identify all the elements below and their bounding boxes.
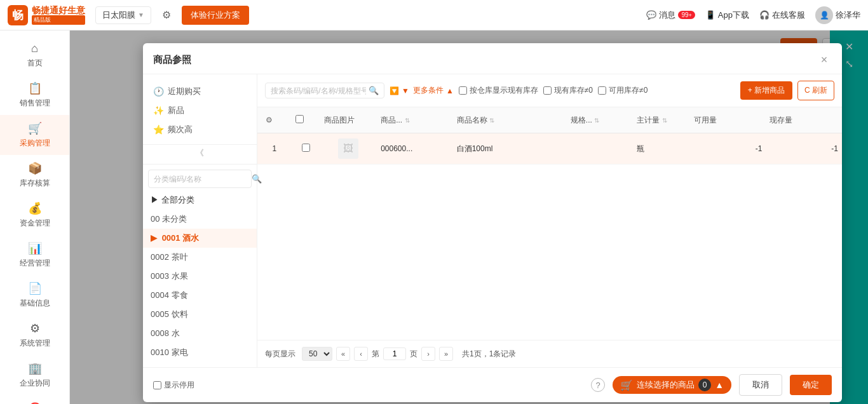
col-header-unit[interactable]: 主计量 ⇅ [633, 107, 690, 133]
avail-stock-checkbox[interactable] [598, 86, 606, 95]
experience-button[interactable]: 体验行业方案 [182, 6, 249, 25]
product-search-input[interactable] [271, 86, 366, 95]
cell-image: 🖼 [320, 133, 377, 165]
product-image: 🖼 [338, 138, 358, 159]
show-disabled-checkbox[interactable] [153, 381, 161, 389]
sidebar-item-inventory[interactable]: 📦 库存核算 [0, 155, 69, 195]
add-product-button[interactable]: + 新增商品 [740, 81, 792, 100]
col-header-check[interactable] [292, 107, 320, 133]
modal-title: 商品参照 [153, 54, 191, 66]
sidebar-item-system[interactable]: ⚙ 系统管理 [0, 315, 69, 355]
category-item-0001[interactable]: ▶ 0001 酒水 [143, 229, 257, 248]
online-service-nav[interactable]: 🎧 在线客服 [759, 10, 805, 21]
confirm-button[interactable]: 确定 [790, 375, 832, 395]
sidebar-label-system: 系统管理 [20, 338, 50, 349]
modal-header: 商品参照 × [143, 43, 842, 74]
refresh-button[interactable]: C 刷新 [797, 81, 834, 100]
store-name: 日太阳膜 [102, 10, 135, 21]
category-list: ▶ 全部分类 00 未分类 ▶ 0001 酒水 0002 茶叶 [143, 191, 257, 362]
sort-spec-icon[interactable]: ⇅ [594, 117, 599, 124]
selector-arrow-icon: ▼ [138, 11, 144, 18]
table-header: ⚙ 商品图片 [257, 107, 842, 133]
messages-nav[interactable]: 💬 消息 99+ [646, 10, 695, 21]
category-00-label: 00 未分类 [151, 214, 187, 224]
avail-stock-checkbox-label[interactable]: 可用库存≠0 [598, 85, 648, 96]
sidebar-item-sales[interactable]: 📋 销售管理 [0, 75, 69, 115]
row-checkbox[interactable] [302, 144, 310, 152]
sort-code-icon[interactable]: ⇅ [405, 117, 410, 124]
cancel-button[interactable]: 取消 [739, 374, 782, 396]
finance-icon: 💰 [28, 201, 42, 215]
modal-right-panel: 🔍 🔽 ▼ 更多条件 ▲ 按仓库显示现有库存 [257, 74, 842, 367]
sidebar-item-enterprise[interactable]: 🏢 企业协同 [0, 355, 69, 395]
category-item-0010[interactable]: 0010 家电 [143, 343, 257, 362]
per-page-select[interactable]: 50 [302, 347, 332, 361]
last-page-button[interactable]: » [439, 347, 453, 361]
col-header-settings[interactable]: ⚙ [257, 107, 292, 133]
cell-avail: -1 [690, 133, 766, 165]
category-search-input[interactable] [154, 175, 249, 184]
has-stock-checkbox[interactable] [543, 86, 552, 95]
category-item-0005[interactable]: 0005 饮料 [143, 305, 257, 324]
show-disabled-label[interactable]: 显示停用 [153, 380, 194, 391]
sidebar-item-basic[interactable]: 📄 基础信息 [0, 275, 69, 315]
first-page-button[interactable]: « [336, 347, 350, 361]
sort-name-icon[interactable]: ⇅ [489, 117, 494, 124]
prev-page-button[interactable]: ‹ [354, 347, 368, 361]
table-header-row: ⚙ 商品图片 [257, 107, 842, 133]
product-search-box[interactable]: 🔍 [265, 83, 384, 98]
category-item-0004[interactable]: 0004 零食 [143, 286, 257, 305]
main-layout: ⌂ 首页 📋 销售管理 🛒 采购管理 📦 库存核算 💰 资金管理 📊 经营管理 … [0, 30, 868, 404]
cell-stock: -1 [766, 133, 842, 165]
sales-icon: 📋 [28, 81, 42, 95]
quick-item-frequent[interactable]: ⭐ 频次高 [148, 120, 252, 139]
sort-unit-icon[interactable]: ⇅ [662, 117, 667, 124]
has-stock-checkbox-label[interactable]: 现有库存≠0 [543, 85, 593, 96]
category-0004-label: 0004 零食 [151, 290, 188, 300]
help-icon[interactable]: ? [591, 378, 605, 392]
select-all-checkbox[interactable] [295, 115, 304, 123]
category-item-0008[interactable]: 0008 水 [143, 324, 257, 343]
sidebar-item-guide[interactable]: 🎯 新手引导 [0, 395, 69, 404]
category-item-00[interactable]: 00 未分类 [143, 210, 257, 229]
sidebar-item-finance[interactable]: 💰 资金管理 [0, 195, 69, 235]
show-stock-checkbox[interactable] [459, 86, 467, 95]
cart-area[interactable]: 🛒 连续选择的商品 0 ▲ [613, 376, 731, 394]
category-0003-label: 0003 水果 [151, 271, 188, 281]
settings-icon[interactable]: ⚙ [156, 5, 177, 25]
store-selector[interactable]: 日太阳膜 ▼ [95, 6, 151, 24]
show-stock-checkbox-label[interactable]: 按仓库显示现有库存 [459, 85, 538, 96]
show-stock-label: 按仓库显示现有库存 [470, 85, 538, 96]
category-item-0002[interactable]: 0002 茶叶 [143, 248, 257, 267]
collapse-button[interactable]: 《 [143, 144, 257, 161]
user-nav[interactable]: 👤 徐泽华 [815, 6, 860, 24]
sidebar-item-home[interactable]: ⌂ 首页 [0, 36, 69, 75]
sidebar-item-operation[interactable]: 📊 经营管理 [0, 235, 69, 275]
table-row[interactable]: 1 🖼 [257, 133, 842, 165]
table-settings-icon[interactable]: ⚙ [261, 112, 276, 128]
app-download-nav[interactable]: 📱 App下载 [705, 10, 749, 21]
category-item-all[interactable]: ▶ 全部分类 [143, 191, 257, 210]
modal-footer: 显示停用 ? 🛒 连续选择的商品 0 ▲ 取消 确定 [143, 367, 842, 402]
col-header-code[interactable]: 商品... ⇅ [377, 107, 452, 133]
sidebar-label-finance: 资金管理 [20, 218, 50, 229]
headphone-icon: 🎧 [759, 10, 770, 20]
messages-label: 消息 [659, 10, 675, 21]
col-header-name[interactable]: 商品名称 ⇅ [453, 107, 567, 133]
cart-collapse-icon[interactable]: ▲ [715, 380, 724, 390]
product-reference-modal: 商品参照 × 🕐 近期购买 ✨ [143, 43, 842, 402]
cell-check[interactable] [292, 133, 320, 165]
current-page-input[interactable] [383, 347, 406, 360]
filter-button[interactable]: 🔽 ▼ 更多条件 ▲ [390, 85, 454, 96]
category-search-box[interactable]: 🔍 [148, 170, 252, 188]
col-header-spec[interactable]: 规格... ⇅ [567, 107, 634, 133]
product-table-wrapper: ⚙ 商品图片 [257, 107, 842, 340]
quick-item-new[interactable]: ✨ 新品 [148, 101, 252, 120]
sidebar-item-purchase[interactable]: 🛒 采购管理 [0, 115, 69, 155]
category-all-label: ▶ 全部分类 [151, 195, 194, 205]
quick-item-recent[interactable]: 🕐 近期购买 [148, 82, 252, 101]
modal-close-button[interactable]: × [817, 52, 832, 67]
next-page-button[interactable]: › [421, 347, 435, 361]
col-header-avail: 可用量 [690, 107, 766, 133]
category-item-0003[interactable]: 0003 水果 [143, 267, 257, 286]
